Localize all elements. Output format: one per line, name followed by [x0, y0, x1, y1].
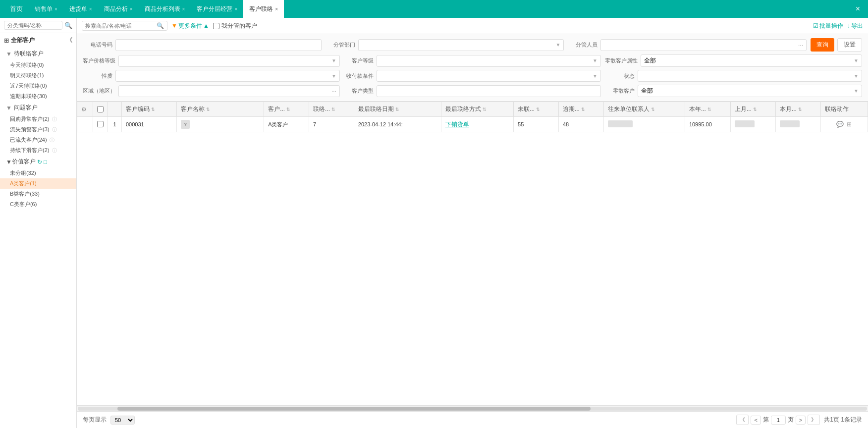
select-all-checkbox[interactable]	[97, 106, 104, 112]
col-last-month[interactable]: 上月... ⇅	[731, 102, 776, 117]
tab-sales-order[interactable]: 销售单 ×	[29, 0, 63, 18]
close-icon[interactable]: ×	[89, 6, 92, 12]
sidebar-search-input[interactable]	[4, 21, 62, 30]
tab-customer-contact[interactable]: 客户联络 ×	[243, 0, 284, 18]
all-customers-header[interactable]: ⊞ 全部客户 《	[0, 33, 76, 48]
row-last-method-cell[interactable]: 下销货单	[441, 117, 514, 132]
info-icon: ⓘ	[50, 137, 54, 143]
sort-icon: ⇅	[483, 107, 487, 112]
col-company-contact-label: 往来单位联系人	[608, 105, 650, 113]
row-checkbox-cell	[93, 117, 108, 132]
page-size-select[interactable]: 20 50 100	[110, 416, 135, 425]
status-select[interactable]: ▼	[638, 70, 862, 82]
payment-select[interactable]: ▼	[377, 70, 601, 82]
close-icon[interactable]: ×	[234, 6, 237, 12]
tab-product-analysis[interactable]: 商品分析 ×	[98, 0, 139, 18]
col-settings[interactable]: ⚙	[77, 102, 93, 117]
phone-input[interactable]	[115, 39, 322, 51]
col-type[interactable]: 客户... ⇅	[264, 102, 309, 117]
price-level-select[interactable]: ▼	[118, 55, 340, 67]
filter-icon: ▼	[171, 22, 177, 29]
first-page-button[interactable]: 《	[736, 415, 749, 425]
my-customers-checkbox[interactable]: 我分管的客户	[213, 22, 257, 30]
sidebar-item-today-pending[interactable]: 今天待联络(0)	[0, 60, 76, 70]
col-name[interactable]: 客户名称 ⇅	[177, 102, 264, 117]
close-all-button[interactable]: ×	[852, 4, 864, 13]
batch-operation-button[interactable]: ☑ 批量操作	[813, 22, 843, 30]
sidebar-item-class-a[interactable]: A类客户(1)	[0, 178, 76, 189]
tab-customer-segment[interactable]: 客户分层经营 ×	[191, 0, 243, 18]
prev-page-button[interactable]: <	[751, 416, 760, 425]
sidebar: 🔍 ⊞ 全部客户 《 ▼ 待联络客户 今天待联络(0) 明天待联络(1) 近7天…	[0, 18, 77, 428]
quick-search-input[interactable]	[85, 23, 155, 29]
col-last-date[interactable]: 最后联络日期 ⇅	[354, 102, 441, 117]
last-method-link[interactable]: 下销货单	[445, 121, 469, 128]
add-icon[interactable]: □	[44, 159, 47, 165]
row-checkbox[interactable]	[97, 121, 104, 127]
close-icon[interactable]: ×	[130, 6, 133, 12]
customer-type-input[interactable]	[377, 85, 601, 97]
sidebar-item-tomorrow-pending[interactable]: 明天待联络(1)	[0, 70, 76, 81]
col-last-method[interactable]: 最后联络方式 ⇅	[441, 102, 514, 117]
refresh-icon[interactable]: ↻	[37, 159, 42, 165]
settings-button[interactable]: 设置	[837, 38, 862, 52]
page-number-input[interactable]	[771, 416, 786, 425]
close-icon[interactable]: ×	[54, 6, 57, 12]
close-icon[interactable]: ×	[275, 6, 278, 12]
sidebar-item-churned[interactable]: 已流失客户(24) ⓘ	[0, 135, 76, 145]
retail-customer-label: 零散客户	[605, 87, 635, 95]
sidebar-item-overdue-contact[interactable]: 逾期未联络(30)	[0, 91, 76, 102]
home-tab[interactable]: 首页	[4, 0, 29, 18]
next-page-button[interactable]: >	[796, 416, 806, 425]
quick-search-icon[interactable]: 🔍	[157, 22, 164, 29]
region-input[interactable]: ···	[118, 85, 340, 97]
sidebar-item-ungrouped[interactable]: 未分组(32)	[0, 168, 76, 178]
export-label: 导出	[851, 22, 863, 30]
close-icon[interactable]: ×	[182, 6, 185, 12]
sort-icon: ⇅	[581, 107, 585, 112]
sidebar-search-icon[interactable]: 🔍	[64, 22, 72, 29]
company-contact-placeholder	[608, 120, 633, 127]
sidebar-item-class-b[interactable]: B类客户(33)	[0, 189, 76, 199]
horizontal-scrollbar[interactable]	[77, 405, 868, 411]
dept-select[interactable]: ▼	[358, 39, 564, 51]
filter-retail-customer: 零散客户 全部 ▼	[605, 85, 862, 97]
dropdown-arrow-icon: ▼	[854, 58, 859, 63]
my-customers-check[interactable]	[213, 23, 219, 29]
col-code[interactable]: 客户编码 ⇅	[122, 102, 177, 117]
export-button[interactable]: ↓ 导出	[847, 22, 863, 30]
qrcode-icon[interactable]: ⊞	[847, 121, 852, 128]
retail-attr-value: 全部	[644, 56, 656, 65]
row-this-month-cell	[775, 117, 820, 132]
customer-level-select[interactable]: ▼	[377, 55, 601, 67]
retail-attr-select[interactable]: 全部 ▼	[641, 54, 862, 67]
dots-icon: ···	[798, 42, 803, 49]
more-conditions-button[interactable]: ▼ 更多条件 ▲	[171, 22, 209, 30]
col-overdue[interactable]: 逾期... ⇅	[558, 102, 603, 117]
query-button[interactable]: 查询	[811, 38, 834, 52]
last-page-button[interactable]: 》	[808, 415, 820, 425]
col-this-year[interactable]: 本年... ⇅	[685, 102, 730, 117]
page-label: 第	[763, 416, 769, 424]
sidebar-item-repurchase-abnormal[interactable]: 回购异常客户(2) ⓘ	[0, 114, 76, 124]
retail-customer-select[interactable]: 全部 ▼	[638, 85, 862, 97]
group-problem-customers[interactable]: ▼ 问题客户	[0, 102, 76, 114]
tab-product-analysis-list[interactable]: 商品分析列表 ×	[139, 0, 191, 18]
col-contacts[interactable]: 联络... ⇅	[309, 102, 354, 117]
manager-input[interactable]: ···	[600, 39, 807, 51]
group-pending-contact[interactable]: ▼ 待联络客户	[0, 48, 76, 60]
col-this-month[interactable]: 本月... ⇅	[775, 102, 820, 117]
sidebar-item-class-c[interactable]: C类客户(6)	[0, 199, 76, 210]
chat-icon[interactable]: 💬	[836, 121, 844, 128]
nature-select[interactable]: ▼	[115, 70, 340, 82]
sidebar-item-declining[interactable]: 持续下滑客户(2) ⓘ	[0, 145, 76, 156]
sidebar-item-churn-warning[interactable]: 流失预警客户(3) ⓘ	[0, 124, 76, 135]
collapse-icon[interactable]: 《	[66, 36, 72, 45]
col-company-contact[interactable]: 往来单位联系人 ⇅	[603, 102, 685, 117]
sort-icon: ⇅	[651, 107, 655, 112]
batch-op-icon: ☑	[813, 22, 818, 29]
sidebar-item-7day-pending[interactable]: 近7天待联络(0)	[0, 81, 76, 91]
col-uncontacted[interactable]: 未联... ⇅	[514, 102, 559, 117]
tab-purchase-order[interactable]: 进货单 ×	[63, 0, 98, 18]
scroll-thumb[interactable]	[117, 407, 591, 411]
